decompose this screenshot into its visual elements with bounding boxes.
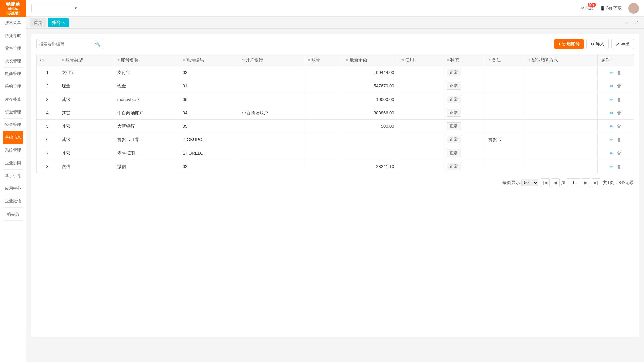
user-avatar[interactable] [628,3,639,14]
sort-icon-settlement[interactable]: ⇅ [528,58,531,62]
delete-btn[interactable]: 🗑 [616,97,621,102]
sidebar-item-member[interactable]: 畅会员 [3,208,23,221]
cell-settlement [525,79,597,93]
import-button[interactable]: ↺ 导入 [586,39,609,49]
cell-type: 现金 [58,79,114,93]
sidebar-item-guide[interactable]: 新手引导 [3,170,23,182]
page-label: 页 [561,180,566,186]
delete-btn[interactable]: 🗑 [616,110,621,116]
sidebar-item-wholesale[interactable]: 批发管理 [3,55,23,68]
sort-icon-usage[interactable]: ⇅ [401,58,404,62]
sort-icon-account[interactable]: ⇅ [308,58,310,62]
topbar: ▾ ✉ 消息 99+ 📱 App下载 [26,0,644,17]
cell-type: 其它 [58,133,114,146]
window-expand-btn[interactable]: ⤢ [633,19,641,27]
row-num: 5 [37,120,58,133]
delete-btn[interactable]: 🗑 [616,137,621,142]
tab-account[interactable]: 账号 × [48,18,69,27]
edit-btn[interactable]: ✏ [610,164,614,169]
sort-icon-name[interactable]: ⇅ [117,58,120,62]
edit-btn[interactable]: ✏ [610,97,614,102]
first-page-btn[interactable]: |◀ [541,178,550,187]
search-input[interactable] [39,42,95,46]
sort-icon-bank[interactable]: ⇅ [242,58,245,62]
table-row: 3其它moneybosx0610000.00正常✏🗑 [37,93,634,106]
row-num: 4 [37,106,58,120]
edit-btn[interactable]: ✏ [610,110,614,116]
sidebar-item-shortcut[interactable]: 快捷导航 [3,29,23,42]
cell-status: 正常 [443,146,485,160]
sort-icon-type[interactable]: ⇅ [62,58,64,62]
cell-settlement [525,146,597,160]
col-settlement[interactable]: ⇅默认结算方式 [525,54,597,66]
sidebar-item-wechat[interactable]: 企业微信 [3,195,23,208]
col-balance[interactable]: ⇅最新余额 [342,54,398,66]
content-inner: 🔍 + 新增账号 ↺ 导入 ↗ 导出 ⚙⇅账号类型⇅账号名 [31,34,639,337]
tab-home[interactable]: 首页 [30,18,46,27]
status-badge: 正常 [447,82,461,90]
sidebar-item-agreement[interactable]: 企业协同 [3,157,23,170]
message-button[interactable]: ✉ 消息 99+ [581,5,593,11]
delete-btn[interactable]: 🗑 [616,150,621,156]
sidebar-item-ecommerce[interactable]: 电商管理 [3,68,23,80]
sidebar-item-operations[interactable]: 经营管理 [3,119,23,131]
status-badge: 正常 [447,96,461,103]
sort-icon-status[interactable]: ⇅ [447,58,449,62]
sort-icon-balance[interactable]: ⇅ [346,58,348,62]
sort-icon-note[interactable]: ⇅ [488,58,491,62]
sidebar-item-basic[interactable]: 基础信息 [3,131,23,144]
per-page-select[interactable]: 50 20 100 [521,179,538,186]
delete-btn[interactable]: 🗑 [616,164,621,169]
sidebar-item-inventory[interactable]: 库存核算 [3,93,23,106]
col-settings: ⚙ [37,54,58,66]
delete-btn[interactable]: 🗑 [616,124,621,129]
sidebar-item-system[interactable]: 系统管理 [3,144,23,157]
sidebar-item-search[interactable]: 搜索菜单 [3,17,23,29]
page-size-selector: 每页显示 50 20 100 [502,179,538,186]
cell-action: ✏🗑 [597,66,634,79]
sidebar-item-purchase[interactable]: 采购管理 [3,80,23,93]
status-badge: 正常 [447,122,461,130]
edit-btn[interactable]: ✏ [610,124,614,129]
search-icon[interactable]: 🔍 [95,42,100,47]
export-button[interactable]: ↗ 导出 [611,39,634,49]
sidebar-item-retail[interactable]: 零售管理 [3,42,23,55]
edit-btn[interactable]: ✏ [610,70,614,75]
app-logo: 畅捷通 好生意 乐惠版 [0,0,26,17]
delete-btn[interactable]: 🗑 [616,83,621,89]
col-code[interactable]: ⇅账号编码 [179,54,238,66]
col-status[interactable]: ⇅状态 [443,54,485,66]
next-page-btn[interactable]: ▶ [582,178,590,187]
app-download-button[interactable]: 📱 App下载 [600,5,622,11]
status-badge: 正常 [447,109,461,117]
sidebar-item-appcenter[interactable]: 应用中心 [3,182,23,195]
col-name[interactable]: ⇅账号名称 [114,54,179,66]
cell-code: 02 [179,160,238,173]
edit-btn[interactable]: ✏ [610,150,614,156]
app-download-icon: 📱 [600,6,605,11]
topbar-dropdown[interactable]: ▾ [75,6,77,11]
window-close-btn[interactable]: × [623,19,631,27]
add-account-button[interactable]: + 新增账号 [554,39,584,49]
edit-btn[interactable]: ✏ [610,137,614,142]
cell-action: ✏🗑 [597,93,634,106]
prev-page-btn[interactable]: ◀ [551,178,560,187]
cell-name: 中百商场账户 [114,106,179,120]
table-row: 2现金现金01547670.00正常✏🗑 [37,79,634,93]
cell-settlement [525,106,597,120]
delete-btn[interactable]: 🗑 [616,70,621,75]
tab-account-close[interactable]: × [63,21,65,25]
sort-icon-code[interactable]: ⇅ [183,58,185,62]
col-action: 操作 [597,54,634,66]
sidebar-item-finance[interactable]: 资金管理 [3,106,23,119]
col-type[interactable]: ⇅账号类型 [58,54,114,66]
col-bank[interactable]: ⇅开户银行 [238,54,304,66]
page-number-input[interactable] [567,178,580,187]
col-note[interactable]: ⇅备注 [485,54,525,66]
col-account[interactable]: ⇅账号 [304,54,342,66]
cell-type: 其它 [58,93,114,106]
topbar-search-input[interactable] [31,4,71,13]
edit-btn[interactable]: ✏ [610,83,614,89]
col-usage[interactable]: ⇅使用... [398,54,443,66]
last-page-btn[interactable]: ▶| [592,178,600,187]
